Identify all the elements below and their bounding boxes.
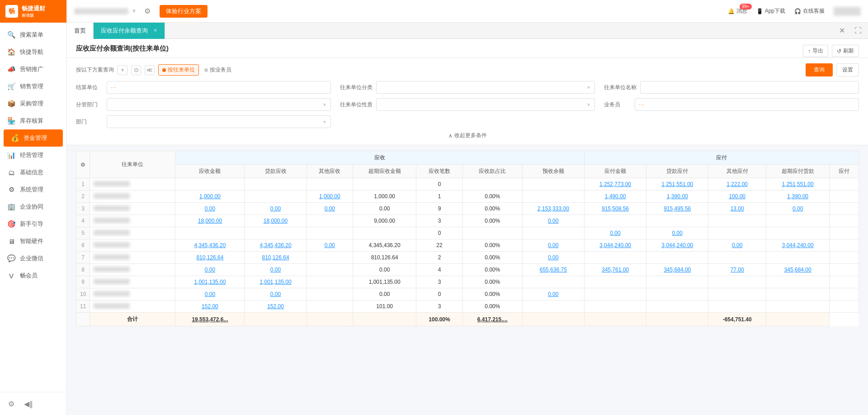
sidebar-item-wechat[interactable]: 💬 企业微信 (0, 250, 66, 267)
promo-button[interactable]: 体验行业方案 (160, 5, 208, 18)
table-row: 5 00.000.00 (76, 227, 859, 239)
notice-button[interactable]: 🔔 消息 99+ (728, 7, 747, 15)
tab-fullscreen-button[interactable]: ⛶ (852, 24, 864, 37)
dept-input[interactable]: ▼ (107, 98, 331, 111)
sidebar-item-search[interactable]: 🔍 搜索菜单 (0, 26, 66, 43)
headset-icon: 🎧 (794, 8, 801, 14)
filter-dept: 分管部门 ▼ (76, 98, 331, 111)
sidebar-item-member[interactable]: V 畅会员 (0, 267, 66, 284)
sidebar-item-guide[interactable]: 🎯 新手引导 (0, 215, 66, 233)
export-button[interactable]: ↑ 导出 (803, 45, 828, 57)
sidebar-item-corp[interactable]: 🏢 企业协同 (0, 198, 66, 215)
table-row: 3 0.000.000.000.0090.00%2,153,333.00915,… (76, 203, 859, 215)
tab-close-all-button[interactable]: ✕ (835, 24, 848, 37)
sidebar-item-purchase[interactable]: 📦 采购管理 (0, 95, 66, 112)
user-menu-button[interactable] (834, 7, 861, 16)
refresh-icon: ↺ (837, 48, 841, 54)
company-name-input[interactable] (640, 81, 859, 94)
company-cell (90, 227, 175, 239)
collapse-sidebar-button[interactable]: ◀‖ (22, 397, 35, 410)
table-row: 6 4,345,436.204,345,436.200.004,345,436.… (76, 239, 859, 252)
settlement-unit-input[interactable]: ··· (107, 81, 331, 94)
table-row: 1 01,252,773.001,251,551.001,222.001,251… (76, 178, 859, 191)
tab-home[interactable]: 首页 (67, 23, 94, 39)
company-cell (90, 239, 175, 252)
app-download-button[interactable]: 📱 App下载 (756, 7, 785, 15)
footer-label: 合计 (90, 313, 175, 326)
sidebar-item-marketing[interactable]: 📣 营销推广 (0, 61, 66, 78)
online-service-button[interactable]: 🎧 在线客服 (794, 7, 825, 15)
sidebar-item-inventory[interactable]: 🏪 库存核算 (0, 112, 66, 129)
filter-salesman: 业务员 ··· (604, 98, 859, 111)
wechat-icon: 💬 (7, 254, 15, 262)
company-cell (90, 203, 175, 215)
refresh-button[interactable]: ↺ 刷新 (832, 45, 859, 57)
company-nature-input[interactable]: ▼ (376, 98, 595, 111)
table-row: 9 1,001,135.001,001,135.001,001,135.0030… (76, 276, 859, 288)
notice-badge: 99+ (740, 4, 752, 10)
collapse-icon: ∧ (448, 133, 453, 139)
sidebar-menu: 🔍 搜索菜单 🏠 快捷导航 📣 营销推广 🛒 销售管理 📦 采购管理 🏪 库存核… (0, 23, 66, 392)
sidebar-item-basic[interactable]: 🗂 基础信息 (0, 164, 66, 181)
tab-close-button[interactable]: ✕ (153, 28, 157, 33)
col-ap-other: 其他应付 (708, 165, 766, 178)
settings-button[interactable]: 设置 (836, 63, 859, 76)
col-ar-count: 应收笔数 (416, 165, 462, 178)
company-category-input[interactable]: ▼ (376, 81, 595, 94)
salesman-input[interactable]: ··· (635, 98, 859, 111)
company-cell (90, 178, 175, 191)
sidebar-item-operations[interactable]: 📊 经营管理 (0, 147, 66, 164)
logo-text: 畅捷通财 标准版 (22, 5, 45, 19)
tab-arbalance[interactable]: 应收应付余额查询 ✕ (94, 23, 165, 39)
schema-option-company[interactable]: 按往来单位 (158, 64, 199, 76)
bell-icon: 🔔 (728, 8, 735, 14)
page-header: 应收应付余额查询(按往来单位) ↑ 导出 ↺ 刷新 (67, 39, 868, 58)
footer-ar-prepay: 6,417,215.... (462, 313, 522, 326)
sidebar-item-hardware[interactable]: 🖥 智能硬件 (0, 233, 66, 250)
table-footer-row: 合计 19,553,472,6... 100.00% 6,417,215....… (76, 313, 859, 326)
collapse-conditions-button[interactable]: ∧ 收起更多条件 (76, 132, 859, 139)
sidebar-item-finance[interactable]: 💰 资金管理 (4, 129, 63, 147)
query-button[interactable]: 查询 (806, 63, 833, 76)
hardware-icon: 🖥 (7, 238, 15, 245)
edit-schema-button[interactable]: ⊙ (131, 65, 141, 75)
settings-bottom-button[interactable]: ⚙ (5, 397, 18, 410)
group-payable-header: 应付 (584, 151, 859, 165)
sidebar-item-quicknav[interactable]: 🏠 快捷导航 (0, 43, 66, 61)
dropdown-arrow-icon2: ▼ (322, 102, 327, 107)
col-ar-overdue: 超期应收金额 (353, 165, 416, 178)
col-company-header: 往来单位 (90, 151, 175, 178)
marketing-icon: 📣 (7, 65, 15, 73)
tab-bar-actions: ✕ ⛶ (835, 24, 868, 37)
breadcrumb-text (74, 8, 128, 14)
member-icon: V (7, 272, 15, 280)
subdept-input[interactable]: ▼ (107, 115, 331, 128)
phone-icon: 📱 (756, 8, 763, 14)
col-ar-other: 其他应收 (307, 165, 353, 178)
filter-area: 按以下方案查询 + ⊙ ≪ 按往来单位 按业务员 查询 (67, 58, 868, 145)
top-header: ▼ ⚙ 体验行业方案 🔔 消息 99+ 📱 App下载 🎧 在线客服 (67, 0, 868, 23)
home-icon: 🏠 (7, 48, 15, 56)
page-area: 应收应付余额查询(按往来单位) ↑ 导出 ↺ 刷新 按以下方案查询 + ⊙ ≪ (67, 39, 868, 415)
guide-icon: 🎯 (7, 220, 15, 228)
company-cell (90, 215, 175, 227)
operations-icon: 📊 (7, 151, 15, 159)
sidebar-logo: 畅 畅捷通财 标准版 (0, 0, 66, 23)
col-ar-ratio: 应收款占比 (462, 165, 522, 178)
table-settings-icon[interactable]: ⚙ (76, 151, 90, 178)
filter-company-category: 往来单位分类 ▼ (340, 81, 595, 94)
schema-inactive-dot (204, 68, 208, 72)
add-schema-button[interactable]: + (118, 65, 127, 75)
search-icon: 🔍 (7, 31, 15, 39)
schema-option-salesman[interactable]: 按业务员 (201, 64, 235, 76)
sidebar-item-sales[interactable]: 🛒 销售管理 (0, 78, 66, 95)
company-cell (90, 276, 175, 288)
dropdown-arrow-icon3: ▼ (586, 102, 591, 107)
col-ar-prepay: 预收余额 (522, 165, 584, 178)
collapse-schema-button[interactable]: ≪ (145, 65, 155, 75)
table-row: 4 18,000.0018,000.009,000.0030.00%0.00 (76, 215, 859, 227)
sidebar: 畅 畅捷通财 标准版 🔍 搜索菜单 🏠 快捷导航 📣 营销推广 🛒 销售管理 📦… (0, 0, 67, 415)
sidebar-item-system[interactable]: ⚙ 系统管理 (0, 181, 66, 198)
footer-ar-ratio: 100.00% (416, 313, 462, 326)
header-gear-button[interactable]: ⚙ (142, 5, 152, 17)
